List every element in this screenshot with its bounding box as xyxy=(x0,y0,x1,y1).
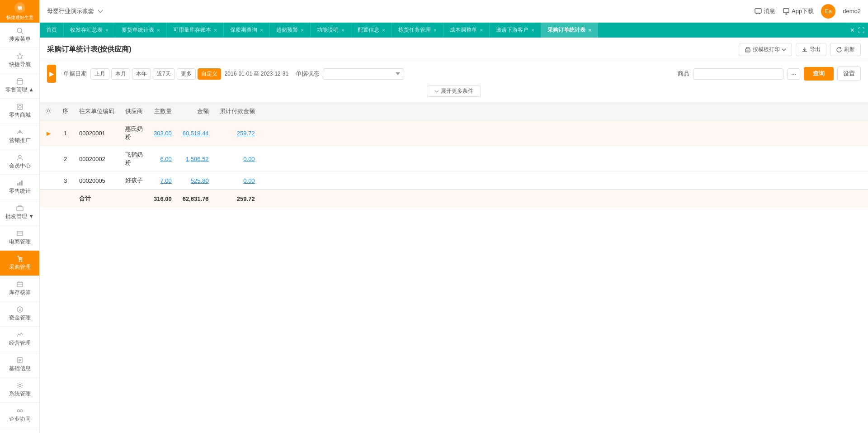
th-seq: 序 xyxy=(57,103,74,120)
sidebar-item-members[interactable]: 会员中心 xyxy=(0,149,39,175)
date-custom-button[interactable]: 自定义 xyxy=(198,68,221,80)
tab-picking-tasks-close[interactable]: × xyxy=(434,27,437,33)
sidebar: 畅 畅捷通好生意 搜索菜单 快捷导航 零售管理 ▲ 零售商城 营销推广 会员中心… xyxy=(0,0,40,433)
td-extra-1 xyxy=(260,120,868,146)
tab-goods-stats[interactable]: 要货单统计表 × xyxy=(115,23,167,38)
td-quantity-3[interactable]: 7.00 xyxy=(148,172,177,190)
td-unit-code-3: 00020005 xyxy=(74,172,120,190)
sidebar-item-marketing[interactable]: 营销推广 xyxy=(0,124,39,149)
sidebar-item-purchase[interactable]: 采购管理 xyxy=(0,251,39,276)
sidebar-item-retail-mall[interactable]: 零售商城 xyxy=(0,99,39,124)
td-seq-1: 1 xyxy=(57,120,74,146)
tab-overstock-alert-close[interactable]: × xyxy=(301,27,304,33)
td-amount-2[interactable]: 1,586.52 xyxy=(177,146,214,172)
tab-home[interactable]: 首页 xyxy=(40,23,64,38)
td-paid-amount-1[interactable]: 259.72 xyxy=(214,120,260,146)
td-amount-3[interactable]: 525.80 xyxy=(177,172,214,190)
tab-cost-adjust-close[interactable]: × xyxy=(480,27,483,33)
tab-inventory-ledger[interactable]: 可用量库存账本 × xyxy=(167,23,224,38)
refresh-button[interactable]: 刷新 xyxy=(830,43,861,56)
td-quantity-1[interactable]: 303.00 xyxy=(148,120,177,146)
sidebar-item-base-info[interactable]: 基础信息 xyxy=(0,352,39,377)
avatar[interactable]: Ea xyxy=(821,4,835,19)
tab-purchase-stats-close[interactable]: × xyxy=(588,27,591,33)
more-filter-button[interactable]: ··· xyxy=(787,68,800,80)
goods-input[interactable] xyxy=(693,68,783,80)
settings-button[interactable]: 设置 xyxy=(837,67,861,81)
tab-picking-tasks[interactable]: 拣货任务管理 × xyxy=(392,23,443,38)
date-btn-more[interactable]: 更多 xyxy=(177,68,196,80)
table-footer: 合计 316.00 62,631.76 259.72 xyxy=(40,190,868,207)
tab-inventory-ledger-close[interactable]: × xyxy=(214,27,217,33)
tab-validity-query-close[interactable]: × xyxy=(260,27,263,33)
date-btn-this-month[interactable]: 本月 xyxy=(111,68,130,80)
mall-icon xyxy=(16,103,24,110)
tab-receive-summary[interactable]: 收发存汇总表 × xyxy=(64,23,115,38)
table-row: ▶ 1 00020001 惠氏奶粉 303.00 60,519.44 259.7… xyxy=(40,120,868,146)
svg-rect-5 xyxy=(17,81,23,84)
message-btn[interactable]: 消息 xyxy=(755,7,775,15)
row-expand-icon-1[interactable]: ▶ xyxy=(47,130,51,137)
date-range-buttons: 上月 本月 本年 近7天 更多 自定义 xyxy=(90,68,221,80)
tab-cost-adjust-label: 成本调整单 xyxy=(450,26,477,34)
tab-maximize-icon[interactable]: ⛶ xyxy=(858,27,864,34)
svg-point-23 xyxy=(20,410,22,412)
sidebar-item-finance[interactable]: ¥ 资金管理 xyxy=(0,301,39,327)
date-btn-last-month[interactable]: 上月 xyxy=(90,68,109,80)
date-btn-this-year[interactable]: 本年 xyxy=(132,68,151,80)
sidebar-item-new-guide[interactable]: ? 新手引导 xyxy=(0,428,39,433)
tab-validity-query[interactable]: 保质期查询 × xyxy=(224,23,270,38)
sidebar-item-retail-stats-label: 零售统计 xyxy=(9,187,31,195)
svg-line-3 xyxy=(21,32,23,34)
tab-invite-downstream-close[interactable]: × xyxy=(531,27,534,33)
td-quantity-2[interactable]: 6.00 xyxy=(148,146,177,172)
tab-receive-summary-close[interactable]: × xyxy=(105,27,108,33)
refresh-icon xyxy=(836,47,842,53)
tab-function-desc[interactable]: 功能说明 × xyxy=(311,23,351,38)
svg-rect-32 xyxy=(755,9,761,13)
app-download-btn[interactable]: App下载 xyxy=(783,7,814,15)
td-expand-1[interactable]: ▶ xyxy=(40,120,57,146)
table-gear-icon[interactable] xyxy=(45,108,52,114)
td-expand-2[interactable] xyxy=(40,146,57,172)
workspace-selector[interactable]: 母婴行业演示账套 xyxy=(47,7,103,15)
sidebar-item-retail-stats[interactable]: 零售统计 xyxy=(0,175,39,200)
goods-filter-group: 商品 ··· 查询 设置 xyxy=(678,67,861,81)
sidebar-item-retail[interactable]: 零售管理 ▲ xyxy=(0,73,39,99)
sidebar-item-retail-mall-label: 零售商城 xyxy=(9,111,31,119)
expand-more-button[interactable]: 展开更多条件 xyxy=(427,86,481,97)
sidebar-item-inventory[interactable]: 库存核算 xyxy=(0,276,39,301)
filter-toggle-button[interactable]: ▶ xyxy=(47,65,56,83)
td-expand-3[interactable] xyxy=(40,172,57,190)
sidebar-item-quick-nav[interactable]: 快捷导航 xyxy=(0,48,39,73)
sidebar-item-ops[interactable]: 经营管理 xyxy=(0,327,39,352)
tab-config-info-close[interactable]: × xyxy=(382,27,385,33)
status-select[interactable] xyxy=(323,68,404,80)
tab-close-all-icon[interactable]: × xyxy=(850,26,854,34)
td-amount-1[interactable]: 60,519.44 xyxy=(177,120,214,146)
sidebar-item-sys-admin[interactable]: 系统管理 xyxy=(0,377,39,403)
tab-function-desc-close[interactable]: × xyxy=(341,27,344,33)
purchase-icon xyxy=(16,255,24,262)
svg-marker-4 xyxy=(17,53,23,59)
tab-purchase-stats[interactable]: 采购订单统计表 × xyxy=(541,23,598,38)
td-paid-amount-3[interactable]: 0.00 xyxy=(214,172,260,190)
date-btn-7days[interactable]: 近7天 xyxy=(153,68,175,80)
member-icon xyxy=(16,154,24,161)
tab-invite-downstream[interactable]: 邀请下游客户 × xyxy=(490,23,541,38)
sidebar-item-enterprise[interactable]: 企业协同 xyxy=(0,403,39,428)
sidebar-item-wholesale[interactable]: 批发管理 ▼ xyxy=(0,200,39,225)
tab-config-info[interactable]: 配置信息 × xyxy=(351,23,392,38)
sidebar-item-search[interactable]: 搜索菜单 xyxy=(0,23,39,48)
tab-receive-summary-label: 收发存汇总表 xyxy=(70,26,103,34)
print-button[interactable]: 按模板打印 xyxy=(739,43,792,56)
th-paid-amount: 累计付款金额 xyxy=(214,103,260,120)
sidebar-item-ecommerce[interactable]: 电商管理 xyxy=(0,225,39,251)
tab-cost-adjust[interactable]: 成本调整单 × xyxy=(443,23,490,38)
tab-overstock-alert[interactable]: 超储预警 × xyxy=(270,23,311,38)
td-paid-amount-2[interactable]: 0.00 xyxy=(214,146,260,172)
tab-goods-stats-close[interactable]: × xyxy=(157,27,160,33)
query-button[interactable]: 查询 xyxy=(804,67,834,81)
export-button[interactable]: 导出 xyxy=(796,43,826,56)
marketing-icon xyxy=(16,128,24,136)
